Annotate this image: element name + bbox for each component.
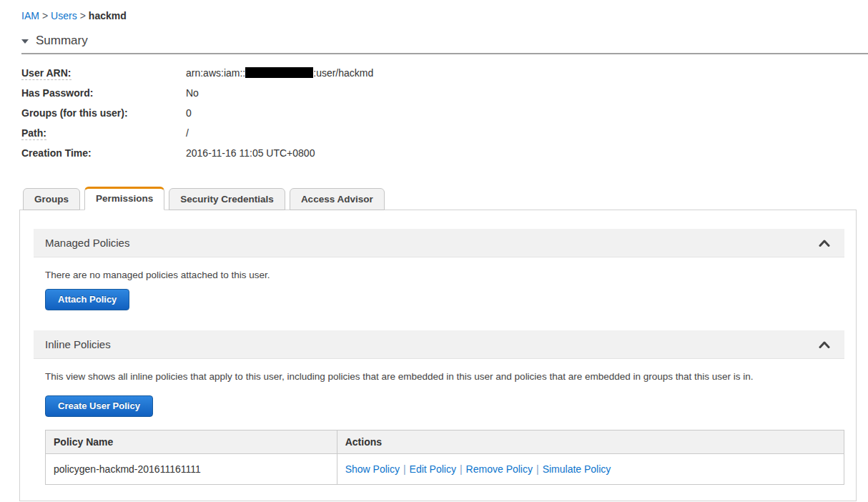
- simulate-policy-link[interactable]: Simulate Policy: [543, 463, 611, 475]
- table-header-row: Policy Name Actions: [46, 430, 844, 454]
- action-separator: |: [400, 463, 410, 475]
- breadcrumb: IAM>Users>hackmd: [0, 0, 868, 21]
- triangle-down-icon[interactable]: [21, 39, 29, 44]
- field-row-groups: Groups (for this user): 0: [21, 103, 868, 123]
- field-label-groups: Groups (for this user):: [21, 107, 186, 119]
- field-row-creation-time: Creation Time: 2016-11-16 11:05 UTC+0800: [21, 143, 868, 163]
- inline-policies-table: Policy Name Actions policygen-hackmd-201…: [45, 430, 844, 485]
- permissions-tab-panel: Managed Policies There are no managed po…: [19, 210, 857, 501]
- managed-policies-header[interactable]: Managed Policies: [34, 229, 844, 257]
- policy-name-column-header: Policy Name: [46, 430, 337, 454]
- inline-policies-body: This view shows all inline policies that…: [34, 359, 844, 485]
- managed-policies-body: There are no managed policies attached t…: [34, 257, 844, 330]
- field-label-user-arn: User ARN:: [21, 67, 186, 79]
- field-label-path: Path:: [21, 127, 186, 139]
- breadcrumb-current-user: hackmd: [89, 10, 127, 21]
- table-row: policygen-hackmd-201611161111 Show Polic…: [46, 454, 844, 485]
- field-label-has-password: Has Password:: [21, 87, 186, 99]
- breadcrumb-link-users[interactable]: Users: [51, 10, 77, 21]
- tab-bar: Groups Permissions Security Credentials …: [19, 187, 868, 210]
- edit-policy-link[interactable]: Edit Policy: [410, 463, 456, 475]
- managed-policies-empty-text: There are no managed policies attached t…: [45, 270, 844, 280]
- field-value-creation-time: 2016-11-16 11:05 UTC+0800: [186, 147, 315, 159]
- summary-title: Summary: [36, 34, 88, 48]
- actions-column-header: Actions: [337, 430, 844, 454]
- summary-fields: User ARN: arn:aws:iam:::user/hackmd Has …: [21, 63, 868, 163]
- summary-section-header: Summary: [21, 34, 868, 48]
- breadcrumb-link-iam[interactable]: IAM: [21, 10, 39, 21]
- breadcrumb-separator: >: [39, 10, 51, 21]
- attach-policy-button[interactable]: Attach Policy: [45, 289, 129, 310]
- inline-policies-header[interactable]: Inline Policies: [34, 330, 844, 359]
- field-value-groups: 0: [186, 107, 192, 119]
- tab-security-credentials[interactable]: Security Credentials: [169, 188, 285, 210]
- field-row-user-arn: User ARN: arn:aws:iam:::user/hackmd: [21, 63, 868, 83]
- action-separator: |: [533, 463, 543, 475]
- managed-policies-title: Managed Policies: [45, 237, 129, 249]
- create-user-policy-button[interactable]: Create User Policy: [45, 395, 153, 417]
- chevron-up-icon[interactable]: [816, 238, 833, 248]
- field-row-has-password: Has Password: No: [21, 83, 868, 103]
- inline-policies-description: This view shows all inline policies that…: [45, 371, 844, 382]
- inline-policies-section: Inline Policies This view shows all inli…: [34, 330, 844, 485]
- field-label-creation-time: Creation Time:: [21, 147, 186, 159]
- tab-permissions[interactable]: Permissions: [84, 187, 164, 210]
- summary-divider: [21, 53, 868, 54]
- field-value-user-arn: arn:aws:iam:::user/hackmd: [186, 67, 373, 79]
- tab-groups[interactable]: Groups: [23, 188, 80, 210]
- action-separator: |: [456, 463, 466, 475]
- managed-policies-section: Managed Policies There are no managed po…: [34, 229, 844, 330]
- field-value-path: /: [186, 127, 189, 139]
- breadcrumb-separator: >: [77, 10, 89, 21]
- redacted-account-id: [245, 67, 313, 78]
- tab-access-advisor[interactable]: Access Advisor: [290, 188, 385, 210]
- field-row-path: Path: /: [21, 123, 868, 143]
- actions-cell: Show Policy|Edit Policy|Remove Policy|Si…: [337, 454, 844, 485]
- field-value-has-password: No: [186, 87, 199, 99]
- show-policy-link[interactable]: Show Policy: [345, 463, 400, 475]
- inline-policies-title: Inline Policies: [45, 338, 111, 350]
- remove-policy-link[interactable]: Remove Policy: [466, 463, 533, 475]
- policy-name-cell: policygen-hackmd-201611161111: [46, 454, 337, 485]
- chevron-up-icon[interactable]: [816, 340, 833, 350]
